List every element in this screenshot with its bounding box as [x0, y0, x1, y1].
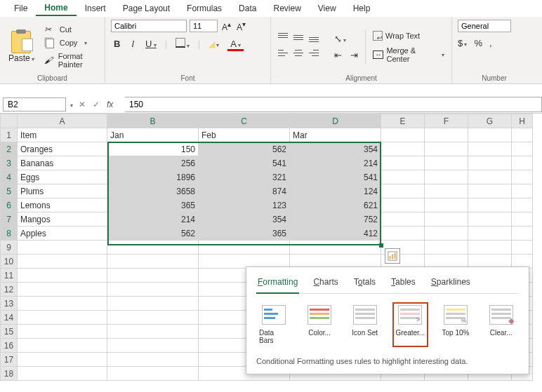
menu-insert[interactable]: Insert: [77, 1, 114, 15]
cell[interactable]: Item: [18, 128, 107, 142]
align-right-button[interactable]: [308, 48, 320, 58]
cell[interactable]: [18, 297, 107, 311]
wrap-text-button[interactable]: Wrap Text: [371, 29, 446, 42]
cell[interactable]: 354: [199, 212, 290, 227]
cell[interactable]: [381, 227, 425, 241]
col-header-h[interactable]: H: [512, 114, 533, 128]
cell[interactable]: [512, 241, 533, 255]
cell[interactable]: 256: [107, 156, 199, 170]
cell[interactable]: [381, 212, 425, 227]
align-top-button[interactable]: [277, 32, 289, 42]
cell[interactable]: [425, 184, 468, 198]
menu-view[interactable]: View: [310, 1, 345, 15]
col-header-d[interactable]: D: [290, 114, 381, 128]
select-all-corner[interactable]: [1, 114, 18, 128]
cell[interactable]: 124: [290, 184, 381, 198]
row-header[interactable]: 18: [1, 367, 18, 381]
row-header[interactable]: 14: [1, 311, 18, 325]
underline-button[interactable]: U: [143, 37, 159, 50]
cell[interactable]: 562: [107, 227, 199, 241]
menu-review[interactable]: Review: [265, 1, 309, 15]
qa-tab-tables[interactable]: Tables: [390, 274, 417, 293]
cell[interactable]: 214: [107, 212, 199, 227]
align-middle-button[interactable]: [292, 32, 305, 42]
cell[interactable]: 1896: [107, 170, 199, 184]
enter-formula-button[interactable]: ✓: [93, 100, 100, 109]
cell[interactable]: 354: [290, 142, 381, 156]
cell[interactable]: 874: [199, 184, 290, 198]
row-header[interactable]: 10: [1, 255, 18, 269]
cell[interactable]: [425, 170, 468, 184]
cell[interactable]: 3658: [107, 184, 199, 198]
col-header-b[interactable]: B: [107, 114, 199, 128]
accounting-format-button[interactable]: $: [458, 38, 467, 48]
cell[interactable]: [425, 227, 468, 241]
row-header[interactable]: 2: [1, 142, 18, 156]
cell[interactable]: Apples: [18, 227, 107, 241]
cell[interactable]: [18, 367, 107, 381]
bold-button[interactable]: B: [111, 37, 123, 50]
qa-tab-charts[interactable]: Charts: [312, 274, 339, 293]
cell[interactable]: Lemons: [18, 198, 107, 212]
cell[interactable]: [468, 241, 512, 255]
italic-button[interactable]: I: [128, 37, 137, 50]
cell[interactable]: 365: [107, 198, 199, 212]
cell[interactable]: [512, 184, 533, 198]
row-header[interactable]: 17: [1, 353, 18, 367]
cell[interactable]: [18, 283, 107, 297]
cell[interactable]: 541: [199, 156, 290, 170]
cut-button[interactable]: Cut: [41, 24, 99, 35]
menu-home[interactable]: Home: [36, 1, 76, 16]
cell[interactable]: [107, 255, 199, 269]
cell[interactable]: [512, 156, 533, 170]
col-header-e[interactable]: E: [381, 114, 425, 128]
cell[interactable]: [512, 142, 533, 156]
row-header[interactable]: 16: [1, 339, 18, 353]
cell[interactable]: [468, 184, 512, 198]
cell[interactable]: [18, 241, 107, 255]
cell[interactable]: 321: [199, 170, 290, 184]
qa-tab-totals[interactable]: Totals: [352, 274, 377, 293]
cell[interactable]: [18, 255, 107, 269]
cancel-formula-button[interactable]: ✕: [79, 100, 86, 109]
align-center-button[interactable]: [292, 48, 305, 58]
cell[interactable]: Mar: [290, 128, 381, 142]
row-header[interactable]: 13: [1, 297, 18, 311]
cell[interactable]: 214: [290, 156, 381, 170]
menu-formulas[interactable]: Formulas: [178, 1, 230, 15]
decrease-indent-button[interactable]: ⇤: [331, 48, 345, 62]
cell[interactable]: [18, 311, 107, 325]
cell[interactable]: [107, 269, 199, 283]
row-header[interactable]: 8: [1, 227, 18, 241]
cell[interactable]: [381, 198, 425, 212]
cell[interactable]: [18, 339, 107, 353]
cell[interactable]: [107, 297, 199, 311]
cell[interactable]: [107, 311, 199, 325]
cell[interactable]: Jan: [107, 128, 199, 142]
decrease-font-button[interactable]: A▾: [235, 20, 247, 32]
cell[interactable]: [107, 241, 199, 255]
percent-format-button[interactable]: %: [474, 38, 482, 48]
cell[interactable]: [468, 227, 512, 241]
col-header-a[interactable]: A: [18, 114, 107, 128]
formula-input[interactable]: [125, 97, 542, 112]
align-bottom-button[interactable]: [308, 32, 320, 42]
row-header[interactable]: 7: [1, 212, 18, 227]
cell-active[interactable]: 150: [107, 142, 199, 156]
cell[interactable]: [107, 339, 199, 353]
qa-tab-formatting[interactable]: Formatting: [256, 274, 299, 294]
fill-handle[interactable]: [379, 243, 383, 248]
cell[interactable]: [290, 241, 381, 255]
cell[interactable]: [381, 170, 425, 184]
cell[interactable]: Bananas: [18, 156, 107, 170]
quick-analysis-button[interactable]: [385, 248, 400, 264]
cell[interactable]: 123: [199, 198, 290, 212]
cell[interactable]: [425, 241, 468, 255]
comma-format-button[interactable]: ,: [489, 38, 492, 48]
cell[interactable]: Mangos: [18, 212, 107, 227]
cell[interactable]: [468, 170, 512, 184]
cell[interactable]: [381, 156, 425, 170]
cell[interactable]: [107, 367, 199, 381]
cell[interactable]: [468, 156, 512, 170]
cell[interactable]: 562: [199, 142, 290, 156]
